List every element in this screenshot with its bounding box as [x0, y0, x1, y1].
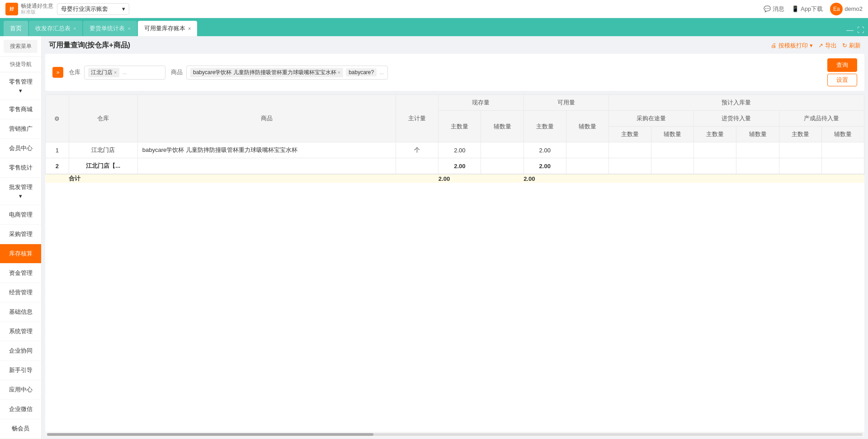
footer-current-main: 2.00	[439, 174, 481, 183]
tab-bar-right: — ⛶	[846, 26, 868, 36]
filter-expand-button[interactable]: »	[52, 67, 63, 78]
chevron-down-icon: ▾	[19, 87, 22, 94]
cell-current-aux-1	[481, 142, 524, 158]
sidebar-item-operations[interactable]: 经营管理	[0, 283, 41, 302]
cell-ip-aux-2	[736, 158, 779, 175]
cell-pp-main-1	[779, 142, 821, 158]
sidebar-item-collab[interactable]: 企业协同	[0, 341, 41, 361]
sidebar-item-basics[interactable]: 基础信息	[0, 302, 41, 322]
product-tag-close-1[interactable]: ×	[338, 70, 340, 75]
settings-button[interactable]: 设置	[827, 74, 857, 86]
footer-total-row: 合计 2.00 2.00	[46, 174, 864, 183]
tab-available-inventory[interactable]: 可用量库存账本 ×	[138, 21, 197, 36]
settings-icon-cell[interactable]: ⚙	[46, 95, 69, 142]
footer-pp-main	[779, 174, 821, 183]
filter-bar: » 仓库 江北门店 × ... 商品 babycare学饮杯 儿童防摔防撞吸管杯…	[45, 54, 864, 91]
footer-current-aux	[481, 174, 524, 183]
footer-ip-aux	[736, 174, 779, 183]
sidebar-item-wholesale-mgmt[interactable]: 批发管理 ▾	[0, 178, 41, 205]
tab-home[interactable]: 首页	[4, 21, 28, 36]
cell-product-2	[137, 158, 396, 175]
sidebar-search-area: 搜索菜单	[0, 36, 41, 57]
query-button[interactable]: 查询	[827, 58, 857, 72]
sidebar-item-system[interactable]: 系统管理	[0, 322, 41, 341]
product-filter-group: 商品 babycare学饮杯 儿童防摔防撞吸管杯重力球吸嘴杯宝宝水杯 × bab…	[171, 66, 388, 80]
print-template-button[interactable]: 🖨 按模板打印 ▾	[771, 42, 813, 50]
th-planned-inbound: 预计入库量	[609, 95, 864, 111]
sidebar-item-member-center[interactable]: 会员中心	[0, 139, 41, 158]
th-product-pending-aux: 辅数量	[821, 127, 864, 142]
tab-close-available-inventory[interactable]: ×	[188, 26, 191, 31]
sidebar-item-ecommerce[interactable]: 电商管理	[0, 205, 41, 225]
footer-label: 合计	[69, 174, 439, 183]
refresh-icon: ↻	[842, 42, 847, 49]
sidebar-item-finance[interactable]: 资金管理	[0, 264, 41, 283]
sidebar-item-retail-mgmt[interactable]: 零售管理 ▾	[0, 72, 41, 100]
product-label: 商品	[171, 68, 183, 76]
tab-receive[interactable]: 收发存汇总表 ×	[29, 21, 82, 36]
table-row: 1 江北门店 babycare学饮杯 儿童防摔防撞吸管杯重力球吸嘴杯宝宝水杯 个…	[46, 142, 864, 158]
page-actions: 🖨 按模板打印 ▾ ↗ 导出 ↻ 刷新	[771, 42, 861, 50]
chevron-down-icon: ▾	[122, 5, 125, 12]
sidebar-item-appcenter[interactable]: 应用中心	[0, 380, 41, 400]
content-area: 可用量查询(按仓库+商品) 🖨 按模板打印 ▾ ↗ 导出 ↻ 刷新	[42, 36, 868, 439]
th-avail-aux: 辅数量	[566, 111, 609, 142]
th-inbound-pending-aux: 辅数量	[736, 127, 779, 142]
sidebar-item-vip[interactable]: 畅会员	[0, 419, 41, 439]
sidebar-item-marketing[interactable]: 营销推广	[0, 119, 41, 139]
cell-warehouse-2: 江北门店【...	[69, 158, 137, 175]
th-inbound-pending-main: 主数量	[694, 127, 736, 142]
cell-current-main-2: 2.00	[439, 158, 481, 175]
tab-bar: 首页 收发存汇总表 × 要货单统计表 × 可用量库存账本 × — ⛶	[0, 18, 868, 36]
sidebar-item-inventory[interactable]: 库存核算	[0, 244, 41, 264]
tab-order-stats[interactable]: 要货单统计表 ×	[83, 21, 137, 36]
footer-avail-aux	[566, 174, 609, 183]
th-warehouse: 仓库	[69, 95, 137, 142]
sidebar-item-purchase[interactable]: 采购管理	[0, 225, 41, 244]
tab-minimize-button[interactable]: —	[846, 26, 854, 34]
sidebar-item-retail-mall[interactable]: 零售商城	[0, 100, 41, 119]
export-button[interactable]: ↗ 导出	[818, 42, 837, 50]
message-button[interactable]: 💬 消息	[764, 5, 784, 13]
table-header-row-1: ⚙ 仓库 商品 主计量 现存量 可用量 预计入库量	[46, 95, 864, 111]
warehouse-input[interactable]: 江北门店 × ...	[84, 66, 165, 80]
th-product: 商品	[137, 95, 396, 142]
sidebar-item-wecom[interactable]: 企业微信	[0, 400, 41, 419]
warehouse-filter-group: 仓库 江北门店 × ...	[69, 66, 165, 80]
search-menu-button[interactable]: 搜索菜单	[4, 40, 38, 53]
cell-unit-1: 个	[396, 142, 439, 158]
gear-icon: ⚙	[54, 115, 60, 122]
workspace-selector[interactable]: 母婴行业演示账套 ▾	[57, 3, 129, 15]
cell-product-1: babycare学饮杯 儿童防摔防撞吸管杯重力球吸嘴杯宝宝水杯	[137, 142, 396, 158]
warehouse-tag-jiangbei: 江北门店 ×	[88, 68, 119, 77]
tab-close-receive[interactable]: ×	[73, 26, 76, 31]
scrollbar-track	[47, 433, 863, 436]
product-input[interactable]: babycare学饮杯 儿童防摔防撞吸管杯重力球吸嘴杯宝宝水杯 × babyca…	[186, 66, 388, 80]
refresh-button[interactable]: ↻ 刷新	[842, 42, 861, 50]
sidebar-item-retail-stats[interactable]: 零售统计	[0, 158, 41, 178]
table-row: 2 江北门店【... 2.00 2.00	[46, 158, 864, 175]
quick-nav-button[interactable]: 快捷导航	[0, 57, 41, 72]
print-icon: 🖨	[771, 42, 777, 49]
warehouse-label: 仓库	[69, 68, 80, 76]
sidebar: 搜索菜单 快捷导航 零售管理 ▾ 零售商城 营销推广 会员中心 零售统计 批发管…	[0, 36, 42, 439]
sidebar-item-newguide[interactable]: 新手引导	[0, 361, 41, 380]
cell-pp-aux-1	[821, 142, 864, 158]
footer-empty-1	[46, 174, 69, 183]
cell-avail-aux-2	[566, 158, 609, 175]
horizontal-scrollbar[interactable]	[45, 432, 864, 437]
app-download-button[interactable]: 📱 App下载	[792, 5, 823, 13]
cell-serial-2: 2	[46, 158, 69, 175]
cell-warehouse-1: 江北门店	[69, 142, 137, 158]
product-tag-babycare2: babycare?	[346, 68, 377, 76]
scrollbar-thumb[interactable]	[47, 433, 373, 436]
tab-maximize-button[interactable]: ⛶	[857, 26, 864, 34]
top-bar-left: 好 畅捷通好生意 标准版 母婴行业演示账套 ▾	[5, 3, 129, 15]
th-unit: 主计量	[396, 95, 439, 142]
user-menu[interactable]: Ea demo2	[830, 3, 863, 15]
tab-close-order-stats[interactable]: ×	[127, 26, 130, 31]
cell-avail-main-1: 2.00	[524, 142, 566, 158]
cell-avail-main-2: 2.00	[524, 158, 566, 175]
warehouse-tag-close[interactable]: ×	[114, 70, 117, 75]
filter-action-buttons: 查询 设置	[827, 58, 857, 86]
